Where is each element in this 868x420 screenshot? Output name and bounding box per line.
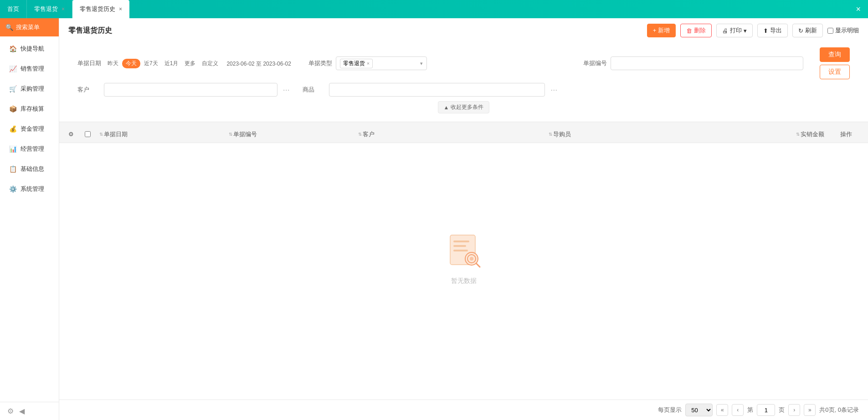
page-last-button[interactable]: » bbox=[804, 404, 816, 416]
main-layout: 🔍 搜索菜单 🏠 快捷导航 📈 销售管理 🛒 采购管理 📦 库存核算 💰 bbox=[0, 18, 868, 420]
sidebar-item-sales-mgmt[interactable]: 📈 销售管理 bbox=[2, 59, 57, 78]
svg-rect-2 bbox=[453, 245, 466, 247]
sidebar-settings-button[interactable]: ⚙ bbox=[7, 407, 14, 415]
page-next-button[interactable]: › bbox=[788, 404, 800, 416]
sidebar-item-sales-label: 销售管理 bbox=[21, 65, 44, 73]
col-date[interactable]: ⇅ 单据日期 bbox=[96, 130, 225, 138]
page-first-button[interactable]: « bbox=[716, 404, 728, 416]
filter-row-2: 客户 ··· 商品 ··· bbox=[77, 83, 850, 97]
sidebar-item-purchase-mgmt[interactable]: 🛒 采购管理 bbox=[2, 79, 57, 98]
shortcut-7days[interactable]: 近7天 bbox=[141, 59, 161, 68]
empty-state-label: 暂无数据 bbox=[451, 277, 477, 285]
sidebar-item-inventory-label: 库存核算 bbox=[21, 105, 44, 113]
col-action: 操作 bbox=[828, 130, 864, 138]
refresh-icon: ↻ bbox=[798, 27, 803, 34]
svg-line-6 bbox=[476, 263, 480, 267]
delete-button[interactable]: 🗑 删除 bbox=[680, 24, 712, 37]
print-button-label: 打印 bbox=[730, 26, 742, 35]
col-guide[interactable]: ⇅ 导购员 bbox=[545, 130, 699, 138]
show-detail-checkbox[interactable] bbox=[827, 28, 833, 34]
type-tag-remove[interactable]: × bbox=[367, 61, 370, 66]
tab-retail-return-history-close[interactable]: × bbox=[119, 6, 122, 12]
page-title: 零售退货历史 bbox=[68, 26, 112, 36]
goods-input[interactable] bbox=[329, 83, 545, 97]
page-suffix: 页 bbox=[779, 406, 785, 414]
sidebar-item-basic-info-label: 基础信息 bbox=[21, 165, 44, 173]
type-filter-item: 单据类型 零售退货 × ▾ bbox=[308, 56, 572, 70]
print-dropdown-icon: ▾ bbox=[744, 27, 747, 34]
filter-settings-label: 设置 bbox=[828, 68, 841, 76]
sidebar-item-inventory[interactable]: 📦 库存核算 bbox=[2, 99, 57, 118]
empty-state-illustration bbox=[443, 230, 484, 271]
action-buttons: 查询 设置 bbox=[820, 47, 850, 79]
goods-filter-item: 商品 ··· bbox=[303, 83, 560, 97]
total-info: 共0页, 0条记录 bbox=[819, 406, 859, 414]
sidebar-item-system-mgmt[interactable]: ⚙️ 系统管理 bbox=[2, 179, 57, 199]
select-all-checkbox[interactable] bbox=[85, 131, 91, 137]
page-input[interactable] bbox=[757, 404, 775, 416]
page-size-label: 每页显示 bbox=[658, 406, 682, 414]
sidebar-item-operations[interactable]: 📊 经营管理 bbox=[2, 139, 57, 159]
add-button-label: + 新增 bbox=[653, 26, 670, 35]
tab-home[interactable]: 首页 bbox=[0, 0, 27, 18]
page-size-select[interactable]: 50 100 200 bbox=[685, 404, 713, 416]
toolbar: + 新增 🗑 删除 🖨 打印 ▾ ⬆ 导出 bbox=[647, 24, 859, 37]
print-button[interactable]: 🖨 打印 ▾ bbox=[716, 24, 753, 37]
filter-area: 单据日期 昨天 今天 近7天 近1月 更多 自定义 2023 bbox=[68, 43, 859, 122]
sort-no-icon: ⇅ bbox=[229, 132, 232, 137]
doc-no-input[interactable] bbox=[611, 56, 803, 70]
sort-guide-icon: ⇅ bbox=[549, 132, 552, 137]
tab-retail-return-history[interactable]: 零售退货历史 × bbox=[72, 0, 129, 18]
page-title-row: 零售退货历史 + 新增 🗑 删除 🖨 打印 ▾ ⬆ bbox=[68, 24, 859, 37]
content-area: 零售退货历史 + 新增 🗑 删除 🖨 打印 ▾ ⬆ bbox=[59, 18, 868, 420]
refresh-button-label: 刷新 bbox=[805, 26, 817, 35]
customer-picker-icon[interactable]: ··· bbox=[281, 85, 292, 95]
add-button[interactable]: + 新增 bbox=[647, 24, 676, 37]
col-customer[interactable]: ⇅ 客户 bbox=[354, 130, 545, 138]
search-menu-button[interactable]: 🔍 搜索菜单 bbox=[0, 18, 59, 36]
settings-gear-icon[interactable]: ⚙ bbox=[68, 131, 74, 138]
quick-nav-icon: 🏠 bbox=[9, 45, 17, 52]
col-no[interactable]: ⇅ 单据编号 bbox=[225, 130, 354, 138]
show-detail-checkbox-label[interactable]: 显示明细 bbox=[827, 26, 859, 35]
sort-customer-icon: ⇅ bbox=[358, 132, 362, 137]
sidebar-item-quick-nav[interactable]: 🏠 快捷导航 bbox=[2, 39, 57, 58]
collapse-button[interactable]: ▲ 收起更多条件 bbox=[438, 101, 490, 113]
shortcut-custom[interactable]: 自定义 bbox=[199, 59, 221, 68]
purchase-icon: 🛒 bbox=[9, 85, 17, 92]
date-shortcuts: 昨天 今天 近7天 近1月 更多 自定义 bbox=[105, 59, 221, 68]
date-filter-item: 单据日期 昨天 今天 近7天 近1月 更多 自定义 2023 bbox=[77, 59, 298, 68]
customer-input[interactable] bbox=[104, 83, 277, 97]
table-area: ⚙ ⇅ 单据日期 ⇅ 单据编号 ⇅ 客户 ⇅ bbox=[59, 126, 868, 400]
sidebar-item-basic-info[interactable]: 📋 基础信息 bbox=[2, 159, 57, 179]
page-last-icon: » bbox=[808, 407, 812, 413]
show-detail-label: 显示明细 bbox=[835, 26, 859, 35]
sidebar-bottom: ⚙ ◀ bbox=[0, 402, 59, 420]
query-button[interactable]: 查询 bbox=[820, 47, 850, 62]
col-amount[interactable]: ⇅ 实销金额 bbox=[699, 130, 828, 138]
tab-retail-return-close[interactable]: × bbox=[62, 6, 65, 12]
refresh-button[interactable]: ↻ 刷新 bbox=[792, 24, 823, 37]
type-select[interactable]: 零售退货 × ▾ bbox=[336, 56, 427, 70]
window-close-button[interactable]: × bbox=[848, 5, 868, 14]
shortcut-yesterday[interactable]: 昨天 bbox=[105, 59, 121, 68]
tab-retail-return[interactable]: 零售退货 × bbox=[27, 0, 72, 18]
export-button[interactable]: ⬆ 导出 bbox=[757, 24, 788, 37]
shortcut-more[interactable]: 更多 bbox=[182, 59, 198, 68]
goods-picker-icon[interactable]: ··· bbox=[549, 85, 559, 95]
customer-filter-item: 客户 ··· bbox=[77, 83, 292, 97]
col-action-label: 操作 bbox=[840, 130, 852, 138]
sidebar-collapse-button[interactable]: ◀ bbox=[19, 407, 25, 415]
svg-point-7 bbox=[470, 257, 473, 261]
date-filter-label: 单据日期 bbox=[77, 59, 101, 67]
sales-icon: 📈 bbox=[9, 65, 17, 72]
page-first-icon: « bbox=[721, 407, 724, 413]
filter-settings-button[interactable]: 设置 bbox=[820, 65, 850, 79]
col-settings[interactable]: ⚙ bbox=[63, 131, 79, 138]
basic-info-icon: 📋 bbox=[9, 165, 17, 173]
page-prev-button[interactable]: ‹ bbox=[732, 404, 744, 416]
shortcut-1month[interactable]: 近1月 bbox=[162, 59, 181, 68]
sidebar-item-finance[interactable]: 💰 资金管理 bbox=[2, 119, 57, 138]
sidebar-item-operations-label: 经营管理 bbox=[21, 145, 44, 153]
shortcut-today[interactable]: 今天 bbox=[122, 59, 140, 68]
